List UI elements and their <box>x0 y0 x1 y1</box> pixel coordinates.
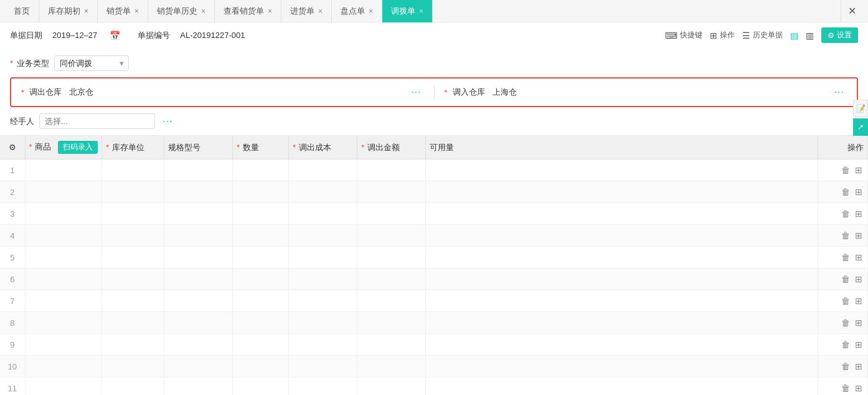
tab-stocktake[interactable]: 盘点单 × <box>332 0 382 22</box>
copy-icon[interactable]: ⊞ <box>854 338 864 351</box>
grid-view-btn[interactable]: ▤ <box>790 31 798 40</box>
row-unit[interactable] <box>102 225 164 247</box>
scan-button[interactable]: 扫码录入 <box>58 141 98 154</box>
row-amount[interactable] <box>357 159 426 181</box>
business-type-select[interactable]: 同价调拨 <box>54 55 129 71</box>
row-available[interactable] <box>426 181 818 203</box>
row-available[interactable] <box>426 247 818 269</box>
row-unit[interactable] <box>102 378 164 396</box>
row-product[interactable] <box>25 269 102 290</box>
row-spec[interactable] <box>164 312 233 334</box>
right-float-expand-btn[interactable]: ↗ <box>853 118 868 136</box>
row-unit[interactable] <box>102 312 164 334</box>
row-product[interactable] <box>25 290 102 312</box>
person-more-btn[interactable]: ··· <box>160 116 175 127</box>
person-input[interactable] <box>39 113 155 129</box>
row-unit[interactable] <box>102 247 164 269</box>
row-qty[interactable] <box>233 269 289 290</box>
copy-icon[interactable]: ⊞ <box>854 207 864 220</box>
row-product[interactable] <box>25 334 102 356</box>
row-qty[interactable] <box>233 159 289 181</box>
row-available[interactable] <box>426 290 818 312</box>
row-cost[interactable] <box>289 356 357 378</box>
row-spec[interactable] <box>164 269 233 290</box>
tab-view-sales[interactable]: 查看销货单 × <box>215 0 281 22</box>
tab-close-sales-order[interactable]: × <box>134 7 139 16</box>
row-spec[interactable] <box>164 203 233 225</box>
row-amount[interactable] <box>357 181 426 203</box>
row-available[interactable] <box>426 356 818 378</box>
row-product[interactable] <box>25 181 102 203</box>
row-unit[interactable] <box>102 181 164 203</box>
row-cost[interactable] <box>289 225 357 247</box>
row-cost[interactable] <box>289 334 357 356</box>
row-amount[interactable] <box>357 334 426 356</box>
right-float-note-btn[interactable]: 📝 <box>853 100 868 117</box>
calendar-icon[interactable]: 📅 <box>110 31 120 40</box>
tab-purchase[interactable]: 进货单 × <box>281 0 332 22</box>
copy-icon[interactable]: ⊞ <box>854 382 864 394</box>
row-qty[interactable] <box>233 334 289 356</box>
row-available[interactable] <box>426 312 818 334</box>
operation-btn[interactable]: ⊞ 操作 <box>710 30 735 40</box>
row-unit[interactable] <box>102 290 164 312</box>
row-amount[interactable] <box>357 378 426 396</box>
tab-inventory-init[interactable]: 库存期初 × <box>39 0 98 22</box>
row-cost[interactable] <box>289 378 357 396</box>
row-spec[interactable] <box>164 159 233 181</box>
row-qty[interactable] <box>233 181 289 203</box>
list-view-btn[interactable]: ▥ <box>806 31 814 40</box>
delete-icon[interactable]: 🗑 <box>840 382 851 394</box>
row-unit[interactable] <box>102 334 164 356</box>
tab-close-transfer[interactable]: × <box>419 7 423 16</box>
tab-close-sales-history[interactable]: × <box>201 7 205 16</box>
row-qty[interactable] <box>233 225 289 247</box>
row-qty[interactable] <box>233 290 289 312</box>
tab-close-purchase[interactable]: × <box>318 7 323 16</box>
copy-icon[interactable]: ⊞ <box>854 273 864 285</box>
row-available[interactable] <box>426 378 818 396</box>
row-spec[interactable] <box>164 378 233 396</box>
row-spec[interactable] <box>164 290 233 312</box>
tab-close-inventory-init[interactable]: × <box>84 7 88 16</box>
history-btn[interactable]: ☰ 历史单据 <box>742 30 783 40</box>
tab-sales-history[interactable]: 销货单历史 × <box>148 0 215 22</box>
row-product[interactable] <box>25 247 102 269</box>
row-spec[interactable] <box>164 334 233 356</box>
row-spec[interactable] <box>164 356 233 378</box>
copy-icon[interactable]: ⊞ <box>854 316 864 329</box>
row-unit[interactable] <box>102 159 164 181</box>
row-cost[interactable] <box>289 247 357 269</box>
row-spec[interactable] <box>164 247 233 269</box>
row-available[interactable] <box>426 269 818 290</box>
row-spec[interactable] <box>164 181 233 203</box>
row-qty[interactable] <box>233 203 289 225</box>
tab-close-stocktake[interactable]: × <box>369 7 373 16</box>
tab-close-view-sales[interactable]: × <box>268 7 272 16</box>
row-amount[interactable] <box>357 247 426 269</box>
row-product[interactable] <box>25 203 102 225</box>
copy-icon[interactable]: ⊞ <box>854 186 864 198</box>
copy-icon[interactable]: ⊞ <box>854 229 864 242</box>
row-qty[interactable] <box>233 247 289 269</box>
delete-icon[interactable]: 🗑 <box>840 338 851 351</box>
row-amount[interactable] <box>357 225 426 247</box>
row-qty[interactable] <box>233 312 289 334</box>
row-product[interactable] <box>25 312 102 334</box>
row-unit[interactable] <box>102 356 164 378</box>
row-cost[interactable] <box>289 312 357 334</box>
row-available[interactable] <box>426 225 818 247</box>
row-spec[interactable] <box>164 225 233 247</box>
delete-icon[interactable]: 🗑 <box>840 295 851 307</box>
row-amount[interactable] <box>357 203 426 225</box>
row-product[interactable] <box>25 356 102 378</box>
delete-icon[interactable]: 🗑 <box>840 186 851 198</box>
copy-icon[interactable]: ⊞ <box>854 360 864 373</box>
row-product[interactable] <box>25 378 102 396</box>
row-available[interactable] <box>426 203 818 225</box>
row-product[interactable] <box>25 225 102 247</box>
row-available[interactable] <box>426 159 818 181</box>
delete-icon[interactable]: 🗑 <box>840 207 851 220</box>
settings-button[interactable]: ⚙ 设置 <box>821 27 858 43</box>
tab-transfer[interactable]: 调拨单 × <box>382 0 433 22</box>
